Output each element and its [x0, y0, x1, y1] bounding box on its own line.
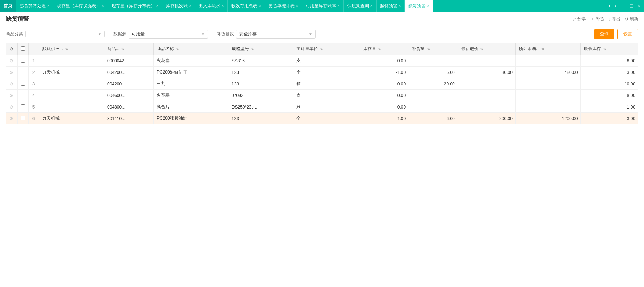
row-stock: 0.00 [360, 78, 409, 90]
col-unit[interactable]: 主计量单位 ⇅ [293, 43, 360, 55]
nav-tab-summary[interactable]: 收发存汇总表 × [228, 0, 265, 12]
close-icon[interactable]: × [222, 4, 224, 8]
col-estimated-purchase[interactable]: 预计采购... ⇅ [515, 43, 581, 55]
row-gear[interactable]: ⚙ [6, 78, 17, 90]
nav-tab-order-stats[interactable]: 要货单统计表 × [265, 0, 302, 12]
close-icon[interactable]: × [427, 4, 429, 8]
select-all-checkbox[interactable] [21, 46, 25, 51]
col-gear[interactable]: ⚙ [6, 43, 17, 55]
nav-tab-shortage[interactable]: 缺货预警 × [405, 0, 433, 12]
row-spec: SS816 [229, 55, 293, 67]
nav-tab-batch[interactable]: 库存批次账 × [162, 0, 195, 12]
gear-icon: ⚙ [9, 93, 13, 98]
replenish-base-select[interactable]: 安全库存 ▼ [236, 30, 316, 39]
filter-row-1: 商品分类 ▼ 数据源 可用量 ▼ 补货基数 安全库存 ▼ 查询 设置 [0, 25, 644, 43]
col-supplier[interactable]: 默认供应... ⇅ [39, 43, 104, 55]
nav-tab-available[interactable]: 可用量库存账本 × [302, 0, 344, 12]
gear-icon: ⚙ [9, 105, 13, 110]
row-unit: 箱 [293, 78, 360, 90]
row-gear[interactable]: ⚙ [6, 55, 17, 67]
gear-icon[interactable]: ⚙ [9, 47, 13, 52]
close-icon[interactable]: × [156, 4, 158, 8]
window-controls: ‹ › — □ × [605, 2, 644, 9]
row-select-checkbox[interactable] [21, 81, 25, 86]
gear-icon: ⚙ [9, 58, 13, 63]
export-button[interactable]: ↓ 导出 [609, 16, 621, 22]
close-icon[interactable]: × [399, 4, 401, 8]
col-goods-code[interactable]: 商品... ⇅ [104, 43, 154, 55]
row-checkbox[interactable] [17, 113, 28, 124]
refresh-button[interactable]: ↺ 刷新 [625, 16, 638, 22]
datasource-filter: 数据源 可用量 ▼ [113, 30, 208, 39]
col-min-stock[interactable]: 最低库存 ⇅ [581, 43, 638, 55]
header-actions: ↗ 分享 ＋ 补货 ↓ 导出 ↺ 刷新 [573, 16, 638, 22]
row-spec: J7092 [229, 90, 293, 101]
nav-tab-stock-dist[interactable]: 现存量（库存分布表） × [108, 0, 162, 12]
nav-prev-icon[interactable]: ‹ [607, 2, 612, 9]
row-unit: 支 [293, 55, 360, 67]
row-goods-code: 004600... [104, 90, 154, 101]
nav-tab-home[interactable]: 首页 [0, 0, 16, 12]
row-supplier [39, 90, 104, 101]
close-icon[interactable]: × [370, 4, 373, 8]
replenish-button[interactable]: ＋ 补货 [590, 16, 604, 22]
sort-icon: ⇅ [427, 47, 430, 51]
window-maximize-icon[interactable]: □ [628, 2, 634, 9]
nav-tab-expiry[interactable]: 保质期查询 × [344, 0, 377, 12]
close-icon[interactable]: × [47, 4, 49, 8]
window-minimize-icon[interactable]: — [619, 2, 627, 9]
row-gear[interactable]: ⚙ [6, 101, 17, 113]
row-gear[interactable]: ⚙ [6, 113, 17, 124]
row-gear[interactable]: ⚙ [6, 90, 17, 101]
nav-tab-pick-exception[interactable]: 拣货异常处理 × [16, 0, 53, 12]
row-goods-name: 离合片 [154, 101, 229, 113]
close-icon[interactable]: × [259, 4, 261, 8]
row-checkbox[interactable] [17, 55, 28, 67]
close-icon[interactable]: × [296, 4, 298, 8]
row-checkbox[interactable] [17, 78, 28, 90]
row-select-checkbox[interactable] [21, 70, 25, 74]
row-checkbox[interactable] [17, 101, 28, 113]
col-latest-price[interactable]: 最新进价 ⇅ [458, 43, 515, 55]
row-latest-price [458, 101, 515, 113]
row-checkbox[interactable] [17, 90, 28, 101]
close-icon[interactable]: × [189, 4, 191, 8]
col-replenish[interactable]: 补货量 ⇅ [409, 43, 458, 55]
row-index: 6 [28, 113, 39, 124]
chevron-down-icon: ▼ [309, 32, 312, 36]
close-icon[interactable]: × [338, 4, 340, 8]
row-unit: 支 [293, 90, 360, 101]
window-close-icon[interactable]: × [636, 2, 642, 9]
replenish-base-label: 补货基数 [217, 31, 234, 37]
row-goods-name: 火花塞 [154, 90, 229, 101]
row-goods-code: 004800... [104, 101, 154, 113]
row-goods-code: 004200... [104, 67, 154, 78]
page-header: 缺货预警 ↗ 分享 ＋ 补货 ↓ 导出 ↺ 刷新 [0, 12, 644, 25]
share-button[interactable]: ↗ 分享 [573, 16, 586, 22]
row-stock: 0.00 [360, 55, 409, 67]
row-estimated-purchase [515, 55, 581, 67]
row-select-checkbox[interactable] [21, 58, 25, 63]
col-goods-name[interactable]: 商品名称 ⇅ [154, 43, 229, 55]
settings-button[interactable]: 设置 [617, 29, 638, 39]
query-button[interactable]: 查询 [594, 29, 614, 39]
chevron-down-icon: ▼ [98, 32, 101, 36]
nav-tab-stock-status[interactable]: 现存量（库存状况表） × [53, 0, 108, 12]
nav-tab-flow[interactable]: 出入库流水 × [195, 0, 228, 12]
datasource-select[interactable]: 可用量 ▼ [129, 30, 208, 39]
nav-next-icon[interactable]: › [613, 2, 618, 9]
row-select-checkbox[interactable] [21, 116, 25, 120]
close-icon[interactable]: × [102, 4, 104, 8]
category-select[interactable]: ▼ [25, 31, 105, 37]
row-goods-name: 火花塞 [154, 55, 229, 67]
row-select-checkbox[interactable] [21, 104, 25, 109]
row-gear[interactable]: ⚙ [6, 67, 17, 78]
nav-tab-overstock[interactable]: 超储预警 × [377, 0, 405, 12]
col-stock[interactable]: 库存量 ⇅ [360, 43, 409, 55]
col-spec[interactable]: 规格型号 ⇅ [229, 43, 293, 55]
row-spec: 123 [229, 78, 293, 90]
row-select-checkbox[interactable] [21, 93, 25, 97]
row-stock: 0.00 [360, 90, 409, 101]
row-checkbox[interactable] [17, 67, 28, 78]
row-estimated-purchase [515, 78, 581, 90]
